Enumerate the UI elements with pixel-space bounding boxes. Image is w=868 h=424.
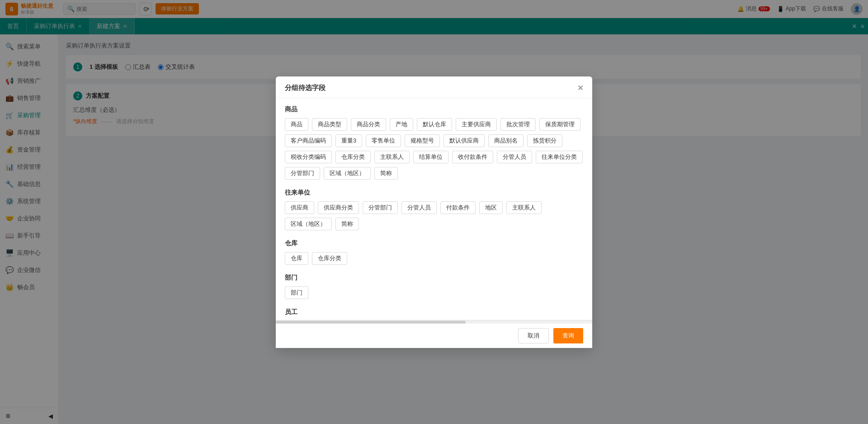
section-product: 商品 商品 商品类型 商品分类 产地 默认仓库 主要供应商 批次管理 保质期管理… bbox=[285, 105, 583, 180]
field-tag-partner-main-contact[interactable]: 主联系人 bbox=[506, 201, 542, 214]
field-tag-supervisor[interactable]: 分管人员 bbox=[497, 151, 532, 163]
field-tag-partner-short-name[interactable]: 简称 bbox=[335, 218, 359, 230]
field-tag-default-warehouse[interactable]: 默认仓库 bbox=[417, 118, 452, 131]
section-dept: 部门 部门 bbox=[285, 274, 583, 299]
modal-title: 分组待选字段 bbox=[285, 84, 326, 92]
field-tag-payment-terms[interactable]: 收付款条件 bbox=[452, 151, 493, 163]
modal-close-button[interactable]: ✕ bbox=[577, 84, 583, 92]
modal-footer: 取消 查询 bbox=[276, 323, 592, 348]
field-tag-tax-code[interactable]: 税收分类编码 bbox=[285, 151, 332, 163]
modal-scrollbar-thumb bbox=[276, 321, 466, 324]
warehouse-field-tags: 仓库 仓库分类 bbox=[285, 252, 583, 265]
field-tag-retail-unit[interactable]: 零售单位 bbox=[366, 134, 401, 147]
section-partner: 往来单位 供应商 供应商分类 分管部门 分管人员 付款条件 地区 主联系人 区域… bbox=[285, 189, 583, 230]
modal-horizontal-scrollbar[interactable] bbox=[276, 320, 592, 323]
section-warehouse: 仓库 仓库 仓库分类 bbox=[285, 239, 583, 265]
field-tag-product-category[interactable]: 商品分类 bbox=[351, 118, 386, 131]
field-selection-modal: 分组待选字段 ✕ 商品 商品 商品类型 商品分类 产地 默认仓库 主要供应商 批… bbox=[276, 76, 592, 348]
cancel-button[interactable]: 取消 bbox=[518, 328, 549, 343]
partner-field-tags: 供应商 供应商分类 分管部门 分管人员 付款条件 地区 主联系人 区域（地区） … bbox=[285, 201, 583, 230]
modal-body: 商品 商品 商品类型 商品分类 产地 默认仓库 主要供应商 批次管理 保质期管理… bbox=[276, 98, 592, 320]
field-tag-partner-dept[interactable]: 分管部门 bbox=[363, 201, 398, 214]
field-tag-region[interactable]: 区域（地区） bbox=[324, 167, 371, 180]
field-tag-customer-code[interactable]: 客户商品编码 bbox=[285, 134, 332, 147]
field-tag-product-alias[interactable]: 商品别名 bbox=[488, 134, 524, 147]
field-tag-partner-region[interactable]: 区域（地区） bbox=[285, 218, 332, 230]
dept-field-tags: 部门 bbox=[285, 286, 583, 299]
field-tag-origin[interactable]: 产地 bbox=[390, 118, 413, 131]
field-tag-settle-unit[interactable]: 结算单位 bbox=[413, 151, 448, 163]
field-tag-main-supplier[interactable]: 主要供应商 bbox=[456, 118, 497, 131]
field-tag-supplier-category[interactable]: 供应商分类 bbox=[318, 201, 359, 214]
field-tag-warehouse-category[interactable]: 仓库分类 bbox=[335, 151, 371, 163]
field-tag-product-type[interactable]: 商品类型 bbox=[312, 118, 347, 131]
modal-overlay: 分组待选字段 ✕ 商品 商品 商品类型 商品分类 产地 默认仓库 主要供应商 批… bbox=[0, 0, 868, 424]
section-employee-title: 员工 bbox=[285, 308, 583, 316]
field-tag-spec-model[interactable]: 规格型号 bbox=[405, 134, 440, 147]
section-partner-title: 往来单位 bbox=[285, 189, 583, 197]
field-tag-expiry-mgmt[interactable]: 保质期管理 bbox=[539, 118, 580, 131]
section-dept-title: 部门 bbox=[285, 274, 583, 282]
field-tag-weight3[interactable]: 重量3 bbox=[335, 134, 362, 147]
field-tag-partner-supervisor[interactable]: 分管人员 bbox=[401, 201, 437, 214]
section-employee: 员工 业务员 bbox=[285, 308, 583, 320]
field-tag-warehouse-cat[interactable]: 仓库分类 bbox=[312, 252, 347, 265]
field-tag-default-supplier[interactable]: 默认供应商 bbox=[443, 134, 485, 147]
field-tag-payment-condition[interactable]: 付款条件 bbox=[440, 201, 476, 214]
field-tag-area[interactable]: 地区 bbox=[479, 201, 503, 214]
section-warehouse-title: 仓库 bbox=[285, 239, 583, 248]
field-tag-dept-mgmt[interactable]: 分管部门 bbox=[285, 167, 320, 180]
field-tag-batch-mgmt[interactable]: 批次管理 bbox=[500, 118, 536, 131]
field-tag-pick-score[interactable]: 拣货积分 bbox=[527, 134, 562, 147]
field-tag-product[interactable]: 商品 bbox=[285, 118, 308, 131]
modal-header: 分组待选字段 ✕ bbox=[276, 76, 592, 98]
field-tag-warehouse[interactable]: 仓库 bbox=[285, 252, 308, 265]
field-tag-dept[interactable]: 部门 bbox=[285, 286, 308, 299]
confirm-button[interactable]: 查询 bbox=[553, 328, 583, 343]
field-tag-supplier[interactable]: 供应商 bbox=[285, 201, 314, 214]
field-tag-short-name[interactable]: 简称 bbox=[374, 167, 398, 180]
product-field-tags: 商品 商品类型 商品分类 产地 默认仓库 主要供应商 批次管理 保质期管理 客户… bbox=[285, 118, 583, 180]
field-tag-partner-category[interactable]: 往来单位分类 bbox=[536, 151, 583, 163]
section-product-title: 商品 bbox=[285, 105, 583, 114]
field-tag-main-contact[interactable]: 主联系人 bbox=[374, 151, 410, 163]
